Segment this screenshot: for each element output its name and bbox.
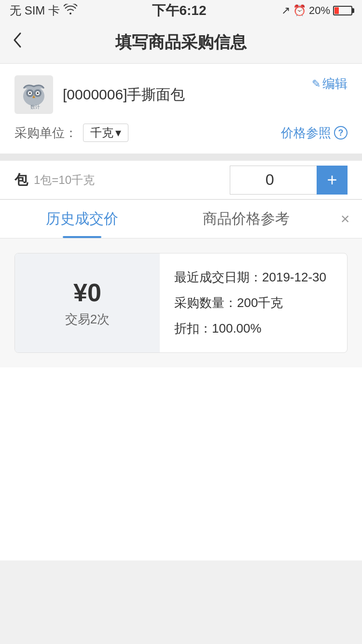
close-icon: × (341, 210, 350, 228)
product-name: [0000006]手撕面包 (63, 85, 185, 105)
unit-conversion: 1包=10千克 (34, 172, 95, 188)
edit-label: 编辑 (322, 75, 348, 92)
unit-value: 千克 (90, 125, 113, 140)
quantity-input-group: + (230, 166, 348, 195)
purchase-unit-row: 采购单位： 千克 ▾ 价格参照 ? (14, 124, 348, 142)
tabs-section: 历史成交价 商品价格参考 × ¥0 交易2次 最近成交日期：2019-12-30… (0, 199, 362, 367)
quantity-label: 包 1包=10千克 (14, 171, 95, 189)
price-trades: 交易2次 (65, 311, 110, 328)
price-ref-label: 价格参照 (281, 125, 331, 141)
purchase-unit-left: 采购单位： 千克 ▾ (14, 124, 128, 142)
svg-point-6 (37, 92, 39, 94)
page-title: 填写商品采购信息 (115, 31, 247, 54)
wifi-icon (64, 4, 77, 17)
unit-box: 包 (14, 171, 28, 189)
product-section: 数计 [0000006]手撕面包 ✎ 编辑 采购单位： 千克 ▾ 价格参照 ? (0, 64, 362, 154)
edit-icon: ✎ (312, 78, 320, 90)
tab-product-price-label: 商品价格参考 (203, 209, 290, 229)
history-content: ¥0 交易2次 最近成交日期：2019-12-30 采购数量：200千克 折扣：… (0, 238, 362, 367)
price-amount: ¥0 (73, 278, 101, 307)
quantity-section: 包 1包=10千克 + (0, 161, 362, 199)
tab-history-label: 历史成交价 (46, 209, 118, 229)
price-card-left: ¥0 交易2次 (15, 253, 160, 352)
product-top: 数计 [0000006]手撕面包 ✎ 编辑 (14, 75, 348, 114)
tab-underline (63, 236, 101, 238)
quantity-input[interactable] (230, 166, 317, 195)
product-left: 数计 [0000006]手撕面包 (14, 75, 185, 114)
status-left: 无 SIM 卡 (10, 3, 77, 18)
quantity-label-text: 采购数量： (174, 295, 237, 310)
svg-text:数计: 数计 (30, 104, 40, 110)
unit-selector[interactable]: 千克 ▾ (83, 124, 128, 142)
unit-dropdown-icon: ▾ (115, 126, 121, 140)
price-card-right: 最近成交日期：2019-12-30 采购数量：200千克 折扣：100.00% (160, 253, 347, 352)
quantity-row: 采购数量：200千克 (174, 294, 333, 312)
status-right: ↗ ⏰ 20% (281, 4, 352, 17)
discount-value: 100.00% (212, 321, 262, 336)
discount-row: 折扣：100.00% (174, 319, 333, 338)
edit-button[interactable]: ✎ 编辑 (312, 75, 348, 92)
purchase-unit-label: 采购单位： (14, 125, 77, 141)
recent-date-row: 最近成交日期：2019-12-30 (174, 268, 333, 287)
recent-date-label: 最近成交日期： (174, 270, 262, 284)
page-rest (0, 367, 362, 560)
battery-percent: 20% (309, 4, 330, 17)
tab-history-price[interactable]: 历史成交价 (0, 200, 164, 238)
price-card: ¥0 交易2次 最近成交日期：2019-12-30 采购数量：200千克 折扣：… (14, 253, 348, 353)
battery-icon (333, 6, 352, 15)
price-ref-help-icon: ? (334, 126, 348, 140)
status-bar: 无 SIM 卡 下午6:12 ↗ ⏰ 20% (0, 0, 362, 21)
quantity-plus-button[interactable]: + (317, 166, 348, 195)
discount-label: 折扣： (174, 321, 212, 336)
quantity-value: 200千克 (237, 295, 283, 310)
location-icon: ↗ (281, 4, 290, 17)
price-reference-button[interactable]: 价格参照 ? (281, 125, 348, 141)
tabs-close-button[interactable]: × (328, 200, 362, 238)
no-sim-text: 无 SIM 卡 (10, 3, 60, 18)
svg-point-5 (29, 92, 31, 94)
status-time: 下午6:12 (152, 1, 206, 20)
tab-product-price-ref[interactable]: 商品价格参考 (164, 200, 328, 238)
back-button[interactable] (12, 31, 23, 53)
section-divider (0, 154, 362, 161)
nav-header: 填写商品采购信息 (0, 21, 362, 64)
recent-date-value: 2019-12-30 (262, 270, 326, 284)
alarm-icon: ⏰ (293, 4, 306, 17)
tabs-header: 历史成交价 商品价格参考 × (0, 200, 362, 238)
product-thumbnail: 数计 (14, 75, 53, 114)
